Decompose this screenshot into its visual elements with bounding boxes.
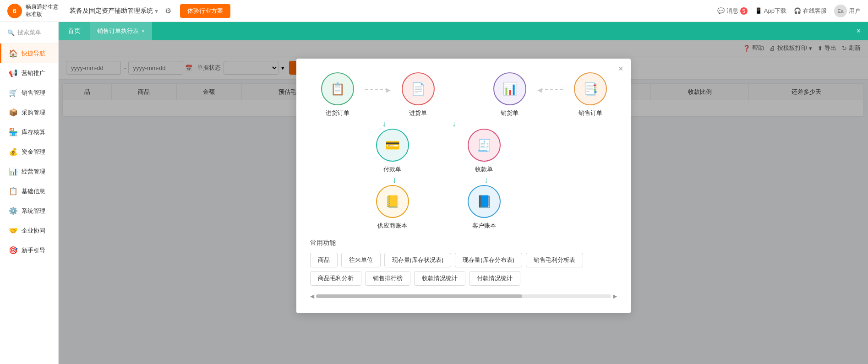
purchase-bill-circle[interactable]: 📄 [402, 72, 435, 105]
customer-ledger-circle[interactable]: 📘 [468, 185, 501, 218]
scroll-thumb [316, 294, 523, 298]
search-icon: 🔍 [7, 29, 15, 36]
dropdown-icon[interactable]: ▾ [155, 7, 158, 15]
headset-icon: 🎧 [794, 7, 801, 14]
scroll-left-icon[interactable]: ◀ [310, 293, 314, 299]
sales-order-circle[interactable]: 📑 [574, 72, 607, 105]
sales-bill-label: 销货单 [501, 109, 519, 117]
sidebar-icon-inventory: 🏪 [9, 128, 18, 136]
tab-home[interactable]: 首页 [59, 22, 90, 40]
quick-nav-popup: × 📋 进货订单 [59, 59, 868, 364]
sidebar-label-purchase: 采购管理 [22, 109, 45, 117]
sidebar-icon-operations: 📊 [9, 167, 18, 176]
system-title: 装备及固定资产辅助管理系统 ▾ [70, 7, 158, 15]
app-download-button[interactable]: 📱 App下载 [755, 7, 786, 15]
sidebar-icon-finance: 💰 [9, 147, 18, 156]
top-right-area: 💬 消息 5 📱 App下载 🎧 在线客服 Ea 用户 [717, 5, 861, 17]
function-btn-4[interactable]: 销售毛利分析表 [526, 253, 583, 267]
sales-order-label: 销售订单 [579, 109, 602, 117]
flow-item-customer-ledger: 📘 客户账本 [457, 185, 512, 230]
tab-bar-close-icon[interactable]: × [849, 27, 868, 35]
trial-button[interactable]: 体验行业方案 [180, 4, 230, 18]
sidebar-item-finance[interactable]: 💰资金管理 [0, 142, 58, 162]
sidebar-icon-system: ⚙️ [9, 206, 18, 215]
sidebar-item-marketing[interactable]: 📢营销推广 [0, 63, 58, 83]
payment-circle[interactable]: 💳 [376, 129, 409, 162]
scroll-right-icon[interactable]: ▶ [613, 293, 617, 299]
flow-item-purchase-order: 📋 进货订单 [310, 72, 365, 117]
message-icon: 💬 [717, 7, 725, 14]
function-btn-0[interactable]: 商品 [310, 253, 338, 267]
sidebar-item-guide[interactable]: 🎯新手引导 [0, 240, 58, 260]
supplier-ledger-label: 供应商账本 [377, 222, 407, 230]
sidebar-icon-purchase: 📦 [9, 108, 18, 117]
avatar: Ea [834, 5, 847, 17]
settings-button[interactable]: ⚙ [162, 5, 175, 17]
scroll-track[interactable] [316, 294, 611, 298]
flow-item-supplier-ledger: 📒 供应商账本 [365, 185, 420, 230]
sidebar: 🔍 搜索菜单 🏠快捷导航📢营销推广🛒销售管理📦采购管理🏪库存核算💰资金管理📊经营… [0, 22, 59, 364]
sidebar-icon-guide: 🎯 [9, 246, 18, 255]
function-btn-6[interactable]: 销售排行榜 [365, 271, 410, 286]
sidebar-item-sales[interactable]: 🛒销售管理 [0, 83, 58, 103]
message-badge: 5 [740, 7, 748, 15]
function-btn-1[interactable]: 往来单位 [341, 253, 381, 267]
popup-close-button[interactable]: × [618, 64, 623, 74]
purchase-bill-label: 进货单 [409, 109, 427, 117]
sidebar-label-basic-info: 基础信息 [22, 187, 45, 196]
purchase-order-circle[interactable]: 📋 [321, 72, 354, 105]
sidebar-label-marketing: 营销推广 [22, 69, 45, 77]
sidebar-item-purchase[interactable]: 📦采购管理 [0, 103, 58, 122]
flow-item-receipt: 🧾 收款单 [457, 129, 512, 174]
flow-item-purchase-bill: 📄 进货单 [391, 72, 446, 117]
logo-area: 6 畅康通好生意 标准版 [7, 4, 62, 18]
function-btn-3[interactable]: 现存量(库存分布表) [455, 253, 522, 267]
payment-label: 付款单 [383, 165, 401, 174]
message-button[interactable]: 💬 消息 5 [717, 7, 748, 15]
sidebar-label-sales: 销售管理 [22, 89, 45, 97]
sidebar-item-system[interactable]: ⚙️系统管理 [0, 201, 58, 221]
function-btn-8[interactable]: 付款情况统计 [469, 271, 520, 286]
sidebar-icon-enterprise: 🤝 [9, 226, 18, 235]
phone-icon: 📱 [755, 7, 762, 14]
logo-icon: 6 [7, 4, 22, 18]
function-btn-5[interactable]: 商品毛利分析 [310, 271, 361, 286]
sidebar-item-inventory[interactable]: 🏪库存核算 [0, 122, 58, 142]
sidebar-icon-basic-info: 📋 [9, 187, 18, 196]
tab-sales-execution[interactable]: 销售订单执行表 × [90, 22, 152, 40]
function-btn-2[interactable]: 现存量(库存状况表) [384, 253, 452, 267]
function-btn-7[interactable]: 收款情况统计 [414, 271, 465, 286]
quick-nav-card: × 📋 进货订单 [296, 59, 631, 313]
tab-bar: 首页 销售订单执行表 × × [59, 22, 868, 40]
sidebar-item-basic-info[interactable]: 📋基础信息 [0, 181, 58, 201]
flow-item-sales-order: 📑 销售订单 [563, 72, 618, 117]
function-buttons: 商品往来单位现存量(库存状况表)现存量(库存分布表)销售毛利分析表商品毛利分析销… [310, 253, 617, 286]
sidebar-item-quick-nav[interactable]: 🏠快捷导航 [0, 43, 58, 63]
sidebar-icon-sales: 🛒 [9, 88, 18, 97]
sidebar-label-finance: 资金管理 [22, 148, 45, 156]
flow-item-payment: 💳 付款单 [365, 129, 420, 174]
sidebar-label-guide: 新手引导 [22, 246, 45, 255]
online-service-button[interactable]: 🎧 在线客服 [794, 7, 827, 15]
tab-content: ❓ 帮助 🖨 按模板打印 ▾ ⬆ 导出 ↻ 刷新 [59, 40, 868, 364]
sidebar-label-inventory: 库存核算 [22, 128, 45, 136]
user-menu[interactable]: Ea 用户 [834, 5, 861, 17]
sidebar-icon-marketing: 📢 [9, 69, 18, 77]
purchase-order-label: 进货订单 [326, 109, 349, 117]
sidebar-item-operations[interactable]: 📊经营管理 [0, 162, 58, 181]
supplier-ledger-circle[interactable]: 📒 [376, 185, 409, 218]
tab-close-icon[interactable]: × [142, 28, 145, 34]
logo-text: 畅康通好生意 标准版 [26, 4, 59, 18]
sidebar-item-enterprise[interactable]: 🤝企业协同 [0, 221, 58, 240]
sidebar-label-enterprise: 企业协同 [22, 227, 45, 235]
popup-scrollbar: ◀ ▶ [310, 293, 617, 299]
sidebar-label-operations: 经营管理 [22, 168, 45, 176]
flow-item-sales-bill: 📊 销货单 [482, 72, 537, 117]
sales-bill-circle[interactable]: 📊 [493, 72, 526, 105]
receipt-circle[interactable]: 🧾 [468, 129, 501, 162]
sidebar-label-quick-nav: 快捷导航 [22, 49, 45, 58]
common-functions-section: 常用功能 商品往来单位现存量(库存状况表)现存量(库存分布表)销售毛利分析表商品… [310, 239, 617, 286]
customer-ledger-label: 客户账本 [472, 222, 496, 230]
sidebar-search[interactable]: 🔍 搜索菜单 [0, 22, 58, 43]
common-functions-title: 常用功能 [310, 239, 617, 247]
